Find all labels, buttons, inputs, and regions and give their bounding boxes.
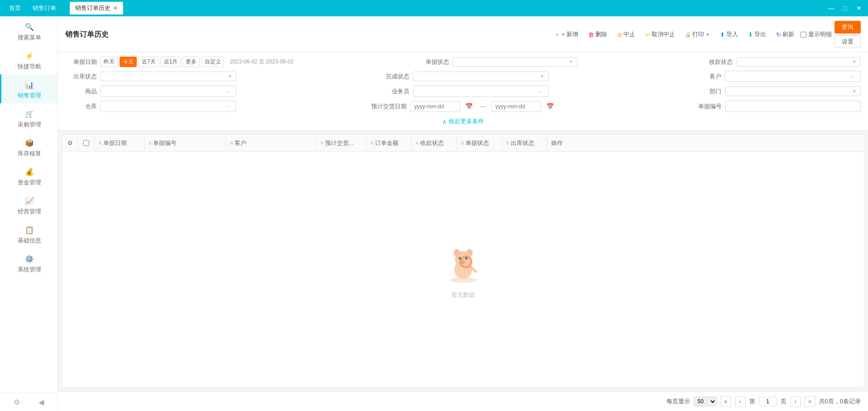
warehouse-label: 仓库 xyxy=(65,102,97,111)
header-amount-label: 订单金额 xyxy=(375,139,398,147)
page-number-input[interactable] xyxy=(759,397,777,406)
complete-status-label: 完成状态 xyxy=(378,73,409,81)
sidebar-item-inventory-calc[interactable]: 📦 库存核算 xyxy=(0,132,58,161)
header-bill-status[interactable]: ⇅ 单据状态 xyxy=(457,135,502,151)
product-dots-icon[interactable]: ··· xyxy=(224,88,232,95)
last-page-btn[interactable]: » xyxy=(805,396,815,407)
date-btn-yesterday[interactable]: 昨天 xyxy=(101,57,118,67)
pagination-bar: 每页显示 50 10 20 100 « ‹ 第 页 › » 共0页，0条记录 xyxy=(58,391,868,411)
header-date-label: 单据日期 xyxy=(103,139,127,147)
complete-status-select[interactable]: ▼ xyxy=(413,72,549,81)
tab-home[interactable]: 首页 xyxy=(4,2,26,15)
customer-dots-icon[interactable]: ··· xyxy=(848,73,857,80)
sidebar-item-operation-mgmt[interactable]: 📈 经营管理 xyxy=(0,190,58,219)
sort-customer-icon: ⇅ xyxy=(230,140,233,145)
refresh-icon: ↻ xyxy=(776,31,781,38)
cancel-stop-button[interactable]: ↩ 取消中止 xyxy=(642,29,679,40)
warehouse-dots-icon[interactable]: ··· xyxy=(223,103,232,110)
sidebar-item-quick-nav[interactable]: ⚡ 快捷导航 xyxy=(0,45,58,74)
first-page-btn[interactable]: « xyxy=(720,396,731,407)
show-detail-checkbox-label[interactable]: 显示明细 xyxy=(801,30,832,39)
sidebar-item-purchase-mgmt[interactable]: 🛒 采购管理 xyxy=(0,103,58,132)
tab-sales-order-history[interactable]: 销售订单历史 ✕ xyxy=(70,2,123,15)
collapse-row[interactable]: ∧ 收起更多条件 xyxy=(65,116,861,126)
receipt-status-select[interactable]: ▼ xyxy=(736,57,861,67)
header-no[interactable]: ⇅ 单据编号 xyxy=(144,135,226,151)
sidebar-item-system-mgmt[interactable]: ⚙️ 系统管理 xyxy=(0,248,58,277)
date-btn-today[interactable]: 今天 xyxy=(120,57,137,67)
tab-sales-order-history-close[interactable]: ✕ xyxy=(113,5,118,11)
department-select[interactable]: ▼ xyxy=(725,87,861,96)
prev-page-btn[interactable]: ‹ xyxy=(735,396,746,407)
svg-point-10 xyxy=(465,257,468,260)
close-btn-window[interactable]: ✕ xyxy=(854,5,864,12)
header-amount[interactable]: ⇅ 订单金额 xyxy=(366,135,412,151)
refresh-button[interactable]: ↻ 刷新 xyxy=(772,29,798,40)
maximize-btn[interactable]: □ xyxy=(841,5,850,12)
setting-button[interactable]: 设置 xyxy=(834,35,861,48)
status-filter-label: 单据状态 xyxy=(417,58,449,66)
export-label: 导出 xyxy=(754,30,766,39)
date-btn-7days[interactable]: 近7天 xyxy=(139,57,159,67)
warehouse-select[interactable]: ··· xyxy=(101,101,236,112)
sidebar-item-capital-mgmt[interactable]: 💰 资金管理 xyxy=(0,161,58,190)
sidebar-item-sales-mgmt[interactable]: 📊 销售管理 xyxy=(0,74,58,103)
import-button[interactable]: ⬆ 导入 xyxy=(716,29,742,40)
outbound-status-select[interactable]: ▼ xyxy=(101,72,236,81)
header-gear[interactable]: ⚙ xyxy=(62,135,78,151)
salesperson-dots-icon[interactable]: ··· xyxy=(536,88,545,95)
sidebar-item-search-menu[interactable]: 🔍 搜索菜单 xyxy=(0,16,58,45)
date-btn-more[interactable]: 更多 xyxy=(182,57,200,67)
complete-chevron-icon: ▼ xyxy=(540,74,545,79)
tab-sales-order-close[interactable]: ✕ xyxy=(59,5,63,11)
inventory-calc-icon: 📦 xyxy=(24,138,34,148)
delivery-date-end[interactable] xyxy=(491,101,541,112)
header-receipt-status[interactable]: ⇅ 收款状态 xyxy=(412,135,457,151)
sidebar-item-quick-nav-label: 快捷导航 xyxy=(18,63,41,71)
date-btn-1month[interactable]: 近1月 xyxy=(161,57,181,67)
page-size-select[interactable]: 50 10 20 100 xyxy=(694,396,717,406)
svg-point-8 xyxy=(468,250,471,256)
customer-select[interactable]: ··· xyxy=(725,71,861,82)
delete-button[interactable]: 🗑 删除 xyxy=(585,29,611,40)
status-chevron-icon: ▼ xyxy=(569,59,573,64)
sidebar-settings-icon[interactable]: ⚙ xyxy=(14,398,20,406)
header-status-label: 单据状态 xyxy=(465,139,489,147)
header-customer[interactable]: ⇅ 客户 xyxy=(226,135,317,151)
tab-home-label: 首页 xyxy=(9,4,21,12)
date-btn-custom[interactable]: 自定义 xyxy=(201,57,224,67)
calendar-start-icon: 📅 xyxy=(465,103,473,110)
print-icon: 🖨 xyxy=(685,31,691,38)
sidebar-item-inventory-calc-label: 库存核算 xyxy=(18,150,41,158)
product-select[interactable]: ··· xyxy=(101,86,236,97)
collapse-up-icon: ∧ xyxy=(442,118,447,125)
sidebar-bottom: ⚙ ◀ xyxy=(0,393,58,411)
receipt-status-chevron-icon: ▼ xyxy=(852,59,857,64)
header-outbound-status[interactable]: ⇅ 出库状态 xyxy=(502,135,547,151)
next-page-btn[interactable]: › xyxy=(790,396,801,407)
header-delivery[interactable]: ⇅ 预计交货... xyxy=(317,135,366,151)
print-button[interactable]: 🖨 打印 ▼ xyxy=(681,29,714,40)
show-detail-checkbox[interactable] xyxy=(801,32,806,38)
new-button[interactable]: ＋ + 新增 xyxy=(551,29,582,40)
salesperson-select[interactable]: ··· xyxy=(413,86,549,97)
select-all-checkbox[interactable] xyxy=(83,140,89,146)
header-check[interactable] xyxy=(78,135,95,151)
header-date[interactable]: ⇅ 单据日期 xyxy=(95,135,144,151)
order-no-input[interactable] xyxy=(725,101,861,112)
sidebar: 🔍 搜索菜单 ⚡ 快捷导航 📊 销售管理 🛒 采购管理 📦 库存核算 💰 资金管… xyxy=(0,16,58,411)
delivery-date-start[interactable] xyxy=(410,101,460,112)
sidebar-item-system-mgmt-label: 系统管理 xyxy=(18,266,41,274)
tab-sales-order[interactable]: 销售订单 ✕ xyxy=(27,2,69,15)
query-button[interactable]: 查询 xyxy=(834,21,861,34)
sidebar-collapse-icon[interactable]: ◀ xyxy=(38,398,44,406)
calendar-end-icon: 📅 xyxy=(547,103,554,110)
export-button[interactable]: ⬇ 导出 xyxy=(744,29,770,40)
sidebar-item-basic-info[interactable]: 📋 基础信息 xyxy=(0,219,58,248)
stop-button[interactable]: ⊘ 中止 xyxy=(614,29,639,40)
empty-illustration xyxy=(441,240,486,285)
status-filter-select[interactable]: ▼ xyxy=(453,57,577,67)
minimize-btn[interactable]: — xyxy=(825,5,837,12)
header-receipt-label: 收款状态 xyxy=(420,139,444,147)
date-range-text: 2023-06-02 至 2023-06-02 xyxy=(230,58,293,66)
